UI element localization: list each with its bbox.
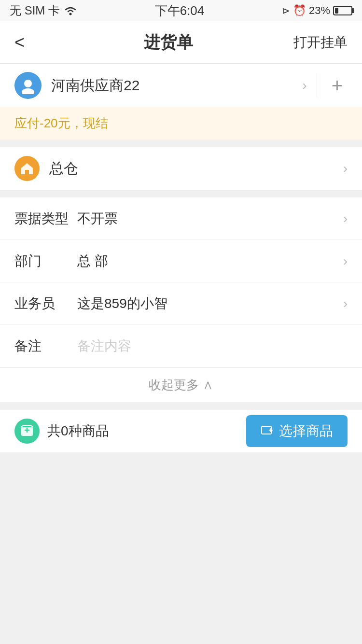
ticket-chevron-icon: ›	[343, 211, 348, 226]
battery-fill	[335, 8, 338, 14]
form-section: 票据类型 不开票 › 部门 总 部 › 业务员 这是859的小智 › 备注 备注…	[0, 197, 362, 402]
supplier-notice: 应付-20元，现结	[0, 107, 362, 140]
form-row-remark[interactable]: 备注 备注内容	[0, 325, 362, 367]
supplier-card: 河南供应商22 › + 应付-20元，现结	[0, 64, 362, 140]
avatar-icon	[19, 77, 37, 94]
supplier-chevron-icon: ›	[302, 78, 306, 93]
collapse-label: 收起更多 ∧	[149, 377, 213, 393]
select-product-label: 选择商品	[279, 422, 333, 440]
battery-icon	[333, 6, 352, 15]
nav-bar: < 进货单 打开挂单	[0, 21, 362, 64]
select-product-button[interactable]: 选择商品	[246, 415, 348, 447]
back-button[interactable]: <	[14, 32, 43, 53]
supplier-name: 河南供应商22	[51, 76, 302, 96]
form-row-department[interactable]: 部门 总 部 ›	[0, 240, 362, 282]
form-row-ticket[interactable]: 票据类型 不开票 ›	[0, 197, 362, 240]
warehouse-chevron-icon: ›	[343, 161, 348, 176]
content: 河南供应商22 › + 应付-20元，现结 总仓 › 票据类型 不开票 ›	[0, 64, 362, 597]
warehouse-card: 总仓 ›	[0, 147, 362, 190]
salesperson-chevron-icon: ›	[343, 296, 348, 311]
carrier-text: 无 SIM 卡	[10, 3, 60, 18]
salesperson-label: 业务员	[14, 294, 72, 313]
ticket-value: 不开票	[72, 210, 343, 228]
cart-icon	[19, 423, 35, 439]
bottom-left: 共0种商品	[14, 419, 109, 444]
ticket-label: 票据类型	[14, 210, 72, 228]
page-remainder	[0, 452, 362, 597]
department-chevron-icon: ›	[343, 253, 348, 269]
page-title: 进货单	[144, 31, 193, 54]
home-icon	[20, 161, 34, 176]
select-product-icon	[261, 424, 274, 438]
warehouse-label: 总仓	[49, 159, 343, 179]
svg-point-1	[24, 80, 32, 87]
open-pending-button[interactable]: 打开挂单	[293, 33, 348, 52]
warehouse-icon	[14, 156, 40, 181]
product-count-icon	[14, 419, 40, 444]
location-icon: ⊳	[282, 5, 290, 16]
svg-point-2	[22, 88, 34, 94]
bottom-bar: 共0种商品 选择商品	[0, 410, 362, 452]
supplier-row[interactable]: 河南供应商22 › +	[0, 64, 362, 107]
alarm-icon: ⏰	[293, 4, 306, 17]
status-left: 无 SIM 卡	[10, 3, 77, 18]
wifi-icon	[64, 6, 77, 15]
svg-point-0	[70, 13, 72, 15]
remark-label: 备注	[14, 337, 72, 355]
add-supplier-button[interactable]: +	[327, 75, 348, 97]
department-label: 部门	[14, 252, 72, 270]
supplier-divider	[317, 73, 317, 98]
svg-rect-3	[25, 170, 29, 174]
salesperson-value: 这是859的小智	[72, 294, 343, 313]
collapse-button[interactable]: 收起更多 ∧	[0, 367, 362, 402]
battery-percentage: 23%	[309, 4, 330, 17]
product-count-text: 共0种商品	[47, 422, 109, 440]
form-row-salesperson[interactable]: 业务员 这是859的小智 ›	[0, 282, 362, 325]
status-right: ⊳ ⏰ 23%	[282, 4, 352, 17]
supplier-avatar	[14, 72, 42, 99]
remark-placeholder[interactable]: 备注内容	[72, 337, 348, 355]
status-time: 下午6:04	[155, 2, 205, 19]
department-value: 总 部	[72, 252, 343, 270]
status-bar: 无 SIM 卡 下午6:04 ⊳ ⏰ 23%	[0, 0, 362, 21]
warehouse-row[interactable]: 总仓 ›	[0, 147, 362, 190]
